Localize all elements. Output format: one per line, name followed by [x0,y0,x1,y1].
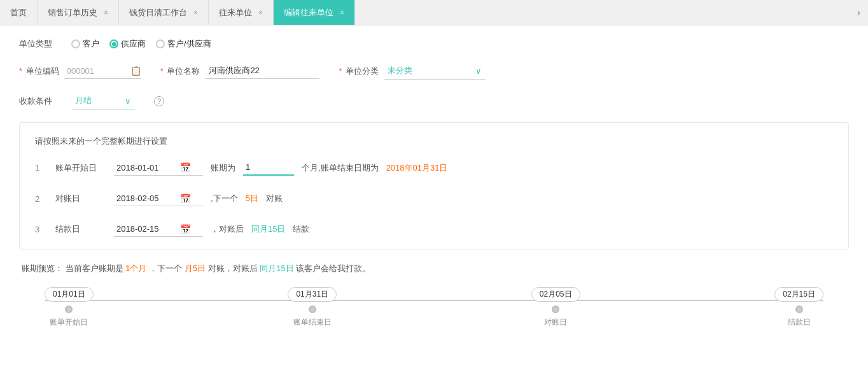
unit-category-value: 未分类 [388,65,472,76]
unit-category-star: * [339,66,342,76]
preview-highlight-2: 月5日 [185,264,206,273]
timeline-dot-2 [309,306,316,313]
payment-condition-row: 收款条件 月结 ∨ ? [19,92,849,109]
page-content: 单位类型 客户 供应商 客户/供应商 * 单位编码 📋 [0,25,868,387]
setting-num-1: 1 [35,163,48,172]
timeline-node-2: 01月31日 账单结束日 [288,287,337,328]
tab-edit-partner-close[interactable]: × [340,8,344,17]
unit-name-group: * 单位名称 [160,64,320,79]
setting-date-2: 📅 [114,191,203,206]
preview-text2: ，下一个 [149,264,182,273]
timeline-label-3: 对账日 [544,317,567,328]
setting-row3-prefix: ，对账后 [211,223,244,235]
timeline-node-4: 02月15日 结款日 [774,287,823,328]
timeline-node-3: 02月05日 对账日 [531,287,580,328]
unit-category-label: * 单位分类 [339,66,379,77]
setting-num-2: 2 [35,194,48,204]
timeline-dot-3 [552,306,559,313]
setting-calendar-icon-2[interactable]: 📅 [180,194,191,204]
setting-calendar-icon-1[interactable]: 📅 [180,162,191,172]
setting-row3-suffix: 结款 [293,223,309,235]
preview-label: 账期预览： [22,264,63,273]
setting-name-1: 账单开始日 [55,162,106,174]
tab-partner[interactable]: 往来单位 × [209,0,274,25]
timeline-dot-4 [795,306,803,313]
setting-row-1: 1 账单开始日 📅 账期为 个月,账单结束日期为 2018年01月31日 [35,160,833,176]
timeline-date-2: 01月31日 [288,287,337,302]
radio-customer-supplier-circle [156,39,165,48]
settings-card: 请按照未来的一个完整帐期进行设置 1 账单开始日 📅 账期为 个月,账单结束日期… [19,122,849,250]
setting-row3-day-highlight: 同月15日 [251,223,285,235]
setting-num-3: 3 [35,225,48,234]
tab-partner-label: 往来单位 [219,7,252,18]
radio-customer-label: 客户 [83,38,99,50]
unit-type-row: 单位类型 客户 供应商 客户/供应商 [19,38,849,50]
tab-home[interactable]: 首页 [0,0,38,25]
timeline-container: 01月01日 账单开始日 01月31日 账单结束日 02月05日 对账日 02月… [19,287,849,328]
tab-sales-order-history[interactable]: 销售订单历史 × [38,0,119,25]
payment-condition-label: 收款条件 [19,95,52,107]
unit-category-group: * 单位分类 未分类 ∨ [339,62,486,80]
payment-condition-help-icon[interactable]: ? [154,96,164,106]
preview-section: 账期预览： 当前客户账期是 1个月 ，下一个 月5日 对账，对账后 同月15日 … [19,263,849,274]
tab-partner-close[interactable]: × [258,8,263,17]
tabs-expand-button[interactable]: › [850,0,868,25]
tab-edit-partner[interactable]: 编辑往来单位 × [274,0,355,25]
preview-text3: 对账，对账后 [208,264,258,273]
unit-code-label: * 单位编码 [19,66,59,77]
unit-category-select[interactable]: 未分类 ∨ [384,62,486,80]
timeline-items: 01月01日 账单开始日 01月31日 账单结束日 02月05日 对账日 02月… [45,287,823,328]
timeline-dot-1 [65,306,73,313]
unit-type-label: 单位类型 [19,38,52,50]
tab-sales-label: 销售订单历史 [48,7,97,18]
unit-type-radio-group: 客户 供应商 客户/供应商 [71,38,211,50]
unit-name-star: * [160,66,164,76]
setting-row2-day-highlight: 5日 [246,193,258,204]
timeline-label-1: 账单开始日 [50,317,88,328]
tab-cash-close[interactable]: × [193,8,198,17]
setting-end-date-highlight: 2018年01月31日 [386,162,448,174]
tab-home-label: 首页 [10,7,27,18]
unit-category-arrow-icon: ∨ [475,66,482,76]
unit-info-row: * 单位编码 📋 * 单位名称 * 单位分类 未分类 ∨ [19,62,849,80]
setting-row2-prefix: ,下一个 [211,193,238,204]
unit-code-input-wrap: 📋 [64,64,141,79]
tab-cash-work[interactable]: 钱货日清工作台 × [119,0,209,25]
radio-supplier-circle [109,39,118,48]
tab-cash-label: 钱货日清工作台 [129,7,187,18]
setting-row2-suffix: 对账 [266,193,283,204]
tab-sales-close[interactable]: × [104,8,108,17]
radio-customer[interactable]: 客户 [71,38,99,50]
radio-customer-circle [71,39,80,48]
radio-customer-supplier-label: 客户/供应商 [167,38,211,50]
period-input[interactable] [243,160,294,176]
setting-row-2: 2 对账日 📅 ,下一个 5日 对账 [35,191,833,206]
timeline-node-1: 01月01日 账单开始日 [45,287,94,328]
timeline-date-3: 02月05日 [531,287,580,302]
unit-code-calendar-icon[interactable]: 📋 [130,66,141,76]
radio-customer-supplier[interactable]: 客户/供应商 [156,38,211,50]
settings-card-title: 请按照未来的一个完整帐期进行设置 [35,136,833,147]
payment-condition-arrow-icon: ∨ [125,96,131,106]
setting-date-input-3[interactable] [114,222,178,236]
payment-condition-value: 月结 [75,95,121,106]
setting-date-input-2[interactable] [114,191,178,206]
tab-edit-partner-label: 编辑往来单位 [284,7,333,18]
radio-supplier[interactable]: 供应商 [109,38,146,50]
timeline-date-1: 01月01日 [45,287,94,302]
radio-supplier-label: 供应商 [121,38,146,50]
preview-text4: 该客户会给我打款。 [296,264,370,273]
setting-row-3: 3 结款日 📅 ，对账后 同月15日 结款 [35,222,833,237]
unit-code-input[interactable] [64,64,128,78]
setting-date-1: 📅 [114,160,203,176]
unit-code-group: * 单位编码 📋 [19,64,141,79]
unit-name-input[interactable] [205,64,319,79]
setting-period-prefix: 账期为 [211,162,235,174]
setting-calendar-icon-3[interactable]: 📅 [180,224,191,234]
timeline-label-2: 账单结束日 [293,317,332,328]
payment-condition-select[interactable]: 月结 ∨ [71,92,135,109]
setting-date-input-1[interactable] [114,160,178,175]
unit-code-star: * [19,66,22,76]
tabs-bar: 首页 销售订单历史 × 钱货日清工作台 × 往来单位 × 编辑往来单位 × › [0,0,868,25]
setting-name-2: 对账日 [55,193,106,204]
